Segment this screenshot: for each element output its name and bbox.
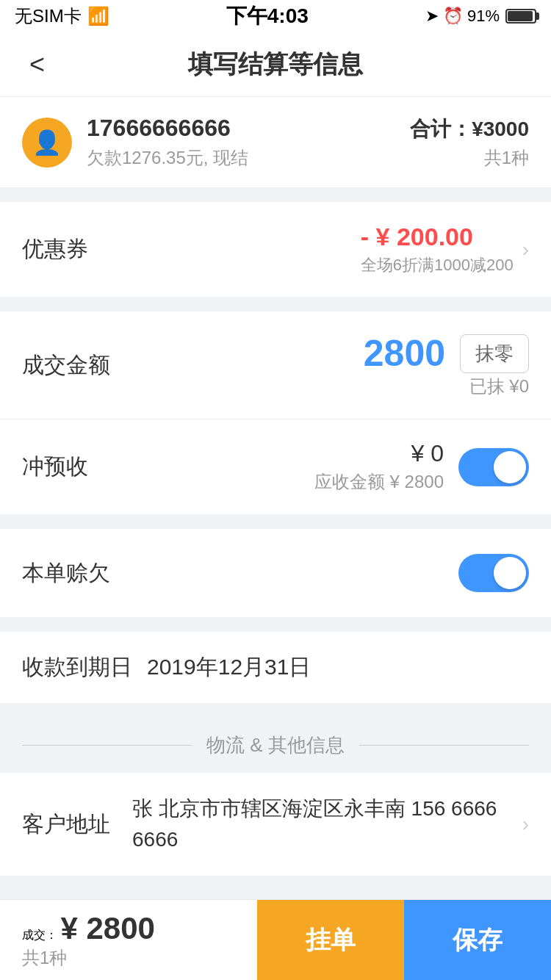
avatar: 👤 xyxy=(22,118,72,167)
total-amount: 合计：¥3000 xyxy=(410,115,529,143)
address-value: 张 北京市市辖区海淀区永丰南 156 6666 6666 xyxy=(132,793,516,855)
carrier-label: 无SIM卡 xyxy=(15,4,82,28)
customer-total: 合计：¥3000 共1种 xyxy=(410,115,529,170)
due-date-label: 收款到期日 xyxy=(22,652,132,682)
status-time: 下午4:03 xyxy=(226,2,309,30)
bottom-bar: 成交： ¥ 2800 共1种 挂单 保存 xyxy=(0,899,551,980)
total-count: 共1种 xyxy=(410,146,529,170)
transaction-amount: 2800 xyxy=(364,332,445,375)
round-button[interactable]: 抹零 xyxy=(460,334,529,373)
prepaid-label: 冲预收 xyxy=(22,452,88,482)
battery-icon xyxy=(505,9,536,24)
divider-line-right xyxy=(359,745,529,746)
main-content: 👤 17666666666 欠款1276.35元, 现结 合计：¥3000 共1… xyxy=(0,97,551,980)
hang-button[interactable]: 挂单 xyxy=(257,900,404,981)
prepaid-amount: ¥ 0 xyxy=(314,440,444,467)
coupon-label: 优惠券 xyxy=(22,234,88,264)
status-left: 无SIM卡 📶 xyxy=(15,4,109,28)
battery-percent: 91% xyxy=(467,7,500,26)
rounded-label: 已抹 ¥0 xyxy=(364,375,529,398)
coupon-row[interactable]: 优惠券 - ¥ 200.00 全场6折满1000减200 › xyxy=(0,202,551,297)
divider-line-left xyxy=(22,745,192,746)
customer-info: 17666666666 欠款1276.35元, 现结 xyxy=(87,115,248,170)
alarm-icon: ⏰ xyxy=(443,7,463,26)
receivable-label: 应收金额 ¥ 2800 xyxy=(314,470,444,494)
customer-debt: 欠款1276.35元, 现结 xyxy=(87,146,248,170)
due-date-value: 2019年12月31日 xyxy=(147,652,311,682)
deal-label: 成交： xyxy=(22,929,57,941)
address-chevron-icon: › xyxy=(522,813,529,836)
bottom-summary: 成交： ¥ 2800 共1种 xyxy=(0,911,257,970)
nav-bar: < 填写结算等信息 xyxy=(0,32,551,97)
location-icon: ➤ xyxy=(425,7,439,26)
wifi-icon: 📶 xyxy=(87,6,109,26)
coupon-discount: - ¥ 200.00 xyxy=(361,223,514,251)
debt-toggle[interactable] xyxy=(458,554,529,592)
due-date-row: 收款到期日 2019年12月31日 xyxy=(0,632,551,703)
prepaid-row: 冲预收 ¥ 0 应收金额 ¥ 2800 xyxy=(0,419,551,514)
transaction-section: 成交金额 2800 抹零 已抹 ¥0 冲预收 ¥ 0 应收金额 ¥ 2800 xyxy=(0,311,551,514)
deal-amount: ¥ 2800 xyxy=(60,911,154,945)
divider-text: 物流 & 其他信息 xyxy=(206,732,345,758)
back-button[interactable]: < xyxy=(22,42,52,87)
coupon-desc: 全场6折满1000减200 xyxy=(361,254,514,276)
status-bar: 无SIM卡 📶 下午4:03 ➤ ⏰ 91% xyxy=(0,0,551,32)
save-button[interactable]: 保存 xyxy=(404,900,551,981)
transaction-row: 成交金额 2800 抹零 已抹 ¥0 xyxy=(0,311,551,419)
status-right: ➤ ⏰ 91% xyxy=(425,7,536,26)
page-title: 填写结算等信息 xyxy=(188,48,363,82)
debt-row: 本单赊欠 xyxy=(0,529,551,617)
customer-phone: 17666666666 xyxy=(87,115,248,142)
transaction-label: 成交金额 xyxy=(22,350,110,381)
address-row[interactable]: 客户地址 张 北京市市辖区海淀区永丰南 156 6666 6666 › xyxy=(0,773,551,876)
section-divider: 物流 & 其他信息 xyxy=(0,718,551,773)
deal-count: 共1种 xyxy=(22,946,235,970)
prepaid-toggle[interactable] xyxy=(458,448,529,486)
chevron-right-icon: › xyxy=(522,238,529,262)
debt-label: 本单赊欠 xyxy=(22,558,110,588)
debt-section: 本单赊欠 xyxy=(0,529,551,617)
customer-card: 👤 17666666666 欠款1276.35元, 现结 合计：¥3000 共1… xyxy=(0,97,551,187)
address-label: 客户地址 xyxy=(22,810,110,840)
